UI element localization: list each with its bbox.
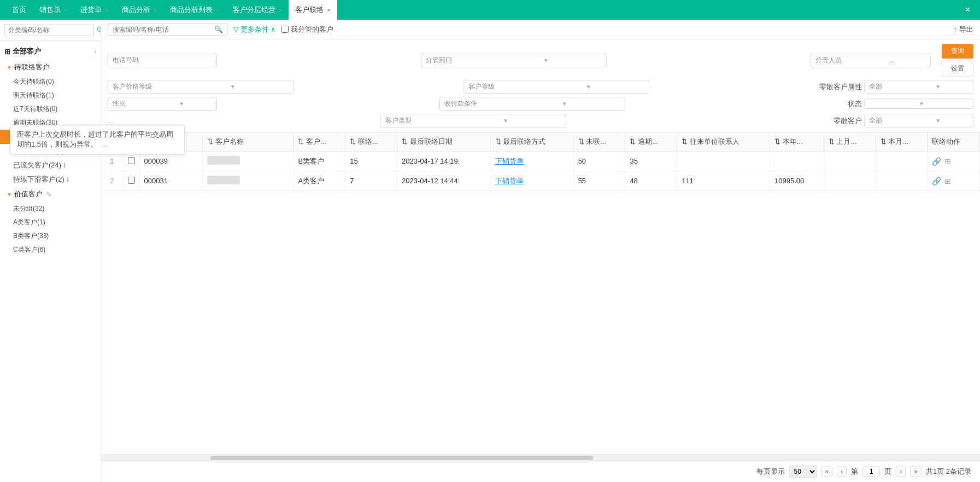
nav-customer-contact-close[interactable]: ×	[327, 7, 330, 13]
col-year-sort[interactable]: ⇅	[774, 137, 781, 146]
col-overdue-sort[interactable]: ⇅	[630, 137, 636, 146]
last-page-btn[interactable]: »	[910, 466, 922, 477]
action-view-2[interactable]: 🔗	[932, 177, 941, 185]
row-way-1[interactable]: 下销货单	[490, 152, 573, 171]
nav-product-list-close[interactable]: ×	[216, 7, 219, 13]
retail-customer-filter: 零散客户 全部 ▼	[834, 114, 973, 127]
export-button[interactable]: ↑ 导出	[954, 25, 974, 34]
value-customer-header[interactable]: ▼ 价值客户 ✎	[0, 187, 101, 202]
nav-sales[interactable]: 销售单 ×	[33, 0, 74, 20]
query-button[interactable]: 查询	[942, 44, 973, 59]
table-row: 1 000039 B类客户 15 2023-04-17 14:19: 下销货单 …	[101, 152, 980, 171]
nav-purchase-close[interactable]: ×	[105, 7, 108, 13]
first-page-btn[interactable]: «	[821, 466, 833, 477]
manager-dots[interactable]: ...	[889, 56, 926, 64]
row-tmonth-2	[876, 171, 928, 191]
horizontal-scrollbar[interactable]	[101, 454, 980, 461]
more-conditions-btn[interactable]: ▽ 更多条件 ∧	[233, 25, 276, 34]
action-more-1[interactable]: ⊞	[944, 157, 951, 166]
ungroup[interactable]: 未分组(32)	[0, 202, 101, 216]
row-actions-1: 🔗 ⊞	[928, 152, 980, 171]
nav-customer-contact[interactable]: 客户联络 ×	[289, 0, 337, 20]
sidebar-search-area: 🔍	[0, 20, 101, 41]
nav-home[interactable]: 首页	[5, 0, 33, 20]
manager-filter[interactable]: 分管人员 ...	[811, 54, 931, 67]
nav-product-list[interactable]: 商品分析列表 ×	[163, 0, 226, 20]
col-way-sort[interactable]: ⇅	[495, 137, 501, 146]
grid-icon: ⊞	[4, 48, 10, 56]
row-lmonth-1	[824, 152, 876, 171]
customer-table: ⚙ ⇅ 客户编码 ⇅ 客户名称	[101, 132, 980, 191]
retail-attr-select[interactable]: 全部 ▼	[864, 80, 973, 94]
filter-search-icon[interactable]: 🔍	[214, 25, 223, 33]
class-c[interactable]: C类客户(6)	[0, 243, 101, 257]
col-uncontacted-sort[interactable]: ⇅	[578, 137, 584, 146]
action-more-2[interactable]: ⊞	[944, 177, 951, 185]
status-select[interactable]: ▼	[864, 98, 973, 109]
action-view-1[interactable]: 🔗	[932, 157, 941, 166]
th-overdue: ⇅ 逾期...	[625, 132, 677, 152]
sidebar-search-icon[interactable]: 🔍	[96, 26, 101, 34]
nav-product-analysis-close[interactable]: ×	[154, 7, 157, 13]
window-close-button[interactable]: ×	[961, 5, 975, 15]
col-date-sort[interactable]: ⇅	[402, 137, 408, 146]
col-unit-sort[interactable]: ⇅	[682, 137, 688, 146]
row-1-checkbox[interactable]	[128, 157, 135, 164]
retail-customer-select[interactable]: 全部 ▼	[864, 114, 973, 127]
churned[interactable]: 已流失客户(24) ℹ	[0, 158, 101, 172]
col-name-sort[interactable]: ⇅	[207, 137, 213, 146]
class-b[interactable]: B类客户(33)	[0, 229, 101, 243]
nav-customer-tier[interactable]: 客户分层经营 ×	[226, 0, 289, 20]
nav-sales-close[interactable]: ×	[64, 7, 67, 13]
per-page-select[interactable]: 50 20 100	[789, 466, 817, 478]
col-level-sort[interactable]: ⇅	[298, 137, 304, 146]
all-customers-header[interactable]: ⊞ 全部客户 ›	[0, 43, 101, 60]
pay-condition-filter[interactable]: 收付款条件 ▼	[439, 97, 625, 111]
col-tmonth-sort[interactable]: ⇅	[881, 137, 887, 146]
pagination-bar: 每页显示 50 20 100 « ‹ 第 页 › » 共1页 2条记录	[101, 461, 980, 482]
status-dropdown: ▼	[919, 101, 969, 107]
col-contact-sort[interactable]: ⇅	[350, 137, 356, 146]
value-customer-group: ▼ 价值客户 ✎ 未分组(32) A类客户(1) B类客户(33) C类客户(6…	[0, 187, 101, 257]
collapse-btn[interactable]: ›	[94, 48, 96, 55]
export-icon: ↑	[954, 25, 958, 33]
row-check-2[interactable]	[123, 171, 139, 191]
gender-filter[interactable]: 性别 ▼	[108, 97, 217, 111]
sidebar-tree: ⊞ 全部客户 › ▼ 待联络客户 今天待联络(0) 明天待联络(1) 近7天待联…	[0, 41, 101, 482]
nav-purchase[interactable]: 进货单 ×	[74, 0, 115, 20]
next-page-btn[interactable]: ›	[896, 466, 906, 477]
sidebar-search-input[interactable]	[4, 24, 94, 36]
customer-type-filter[interactable]: 客户类型 ▼	[380, 114, 566, 127]
row-2-checkbox[interactable]	[128, 177, 135, 184]
row4-dots[interactable]: ...	[108, 117, 114, 125]
dept-filter[interactable]: 分管部门 ▼	[421, 54, 607, 67]
customer-level-dropdown: ▼	[586, 84, 644, 90]
week-pending[interactable]: 近7天待联络(0)	[0, 102, 101, 116]
edit-value-icon[interactable]: ✎	[46, 190, 52, 199]
th-last-way: ⇅ 最后联络方式	[490, 132, 573, 152]
prev-page-btn[interactable]: ‹	[837, 466, 847, 477]
nav-product-analysis[interactable]: 商品分析 ×	[115, 0, 163, 20]
my-customers-checkbox[interactable]	[281, 26, 289, 33]
th-this-month: ⇅ 本月...	[876, 132, 928, 152]
price-level-filter[interactable]: 客户价格等级 ▼	[108, 80, 294, 94]
info-icon-churned: ℹ	[63, 162, 66, 169]
nav-customer-tier-close[interactable]: ×	[279, 7, 282, 13]
row-num-2: 2	[101, 171, 123, 191]
declining[interactable]: 持续下滑客户(2) ℹ	[0, 172, 101, 187]
table-header-row: ⚙ ⇅ 客户编码 ⇅ 客户名称	[101, 132, 980, 152]
filter-row-2: 客户价格等级 ▼ 客户等级 ▼ 零散客户属性 全部 ▼	[108, 80, 973, 94]
scroll-thumb[interactable]	[210, 456, 593, 460]
class-a[interactable]: A类客户(1)	[0, 216, 101, 229]
col-lmonth-sort[interactable]: ⇅	[829, 137, 835, 146]
page-input[interactable]	[862, 466, 880, 477]
settings-button[interactable]: 设置	[942, 61, 973, 77]
row-way-2[interactable]: 下销货单	[490, 171, 573, 191]
customer-level-filter[interactable]: 客户等级 ▼	[463, 80, 649, 94]
row-uncontacted-1: 50	[573, 152, 625, 171]
tomorrow-pending[interactable]: 明天待联络(1)	[0, 89, 101, 102]
filter-search-input[interactable]	[113, 26, 212, 33]
phone-filter[interactable]: 电话号码	[108, 54, 217, 67]
today-pending[interactable]: 今天待联络(0)	[0, 75, 101, 89]
pending-contact-header[interactable]: ▼ 待联络客户	[0, 60, 101, 75]
